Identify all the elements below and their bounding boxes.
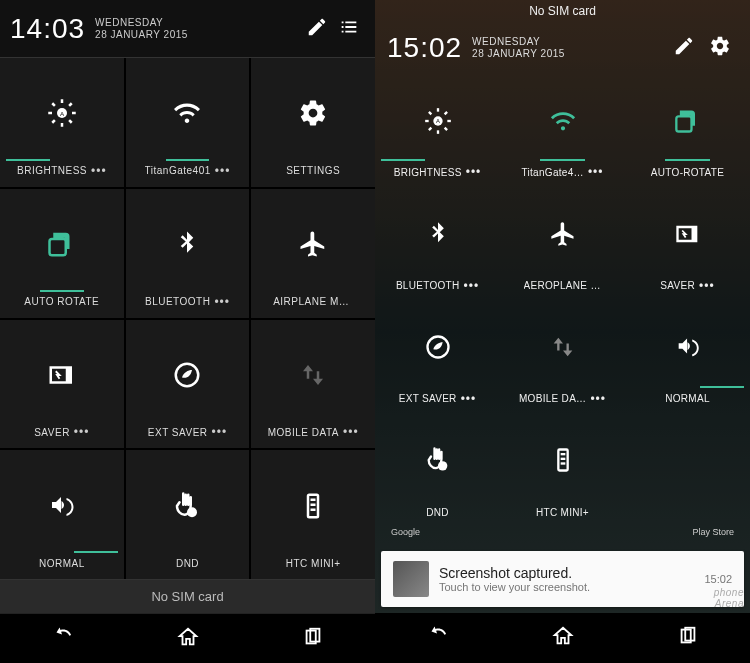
tile-wifi[interactable]: TitanGate4…••• [500, 74, 625, 187]
more-dots-icon[interactable]: ••• [699, 283, 715, 289]
more-dots-icon[interactable]: ••• [74, 429, 90, 435]
wifi-icon [549, 101, 577, 141]
tile-label: AUTO ROTATE [24, 296, 99, 307]
date-label: 28 JANUARY 2015 [472, 48, 565, 60]
tile-airplane[interactable]: AIRPLANE MODE [251, 189, 375, 318]
tile-dnd[interactable]: DND [126, 450, 250, 579]
tile-label: SAVER [34, 427, 70, 438]
more-dots-icon[interactable]: ••• [91, 168, 107, 174]
battery-icon [674, 214, 702, 254]
recent-icon[interactable] [677, 625, 699, 651]
more-dots-icon[interactable]: ••• [212, 429, 228, 435]
gear-icon [298, 91, 328, 135]
tile-airplane[interactable]: AEROPLANE MO… [500, 187, 625, 300]
watermark: phone Arena [714, 587, 744, 609]
tile-settings[interactable]: SETTINGS [251, 58, 375, 187]
more-dots-icon[interactable]: ••• [461, 396, 477, 402]
tile-htcmini[interactable]: HTC MINI+ [251, 450, 375, 579]
back-icon[interactable] [52, 626, 74, 652]
date-block: WEDNESDAY 28 JANUARY 2015 [95, 17, 188, 41]
screenshot-notification[interactable]: Screenshot captured. Touch to view your … [381, 551, 744, 607]
tile-saver[interactable]: SAVER••• [0, 320, 124, 449]
tile-label: NORMAL [39, 558, 85, 569]
tile-soundprofile[interactable]: NORMAL [0, 450, 124, 579]
tile-label: DND [176, 558, 199, 569]
tile-mobiledata[interactable]: MOBILE DA…••• [500, 301, 625, 414]
sim-status-bar: No SIM card [0, 579, 375, 613]
tile-mobiledata[interactable]: MOBILE DATA••• [251, 320, 375, 449]
dark-quicksettings-panel: 14:03 WEDNESDAY 28 JANUARY 2015 BRIGHTNE… [0, 0, 375, 663]
more-dots-icon[interactable]: ••• [466, 169, 482, 175]
leaf-icon [172, 353, 202, 397]
tile-saver[interactable]: SAVER••• [625, 187, 750, 300]
tile-label: TitanGate4… [521, 167, 583, 178]
tile-empty [625, 414, 750, 527]
tile-extsaver[interactable]: EXT SAVER••• [375, 301, 500, 414]
rotate-icon [674, 101, 702, 141]
dark-header: 14:03 WEDNESDAY 28 JANUARY 2015 [0, 0, 375, 58]
tile-brightness[interactable]: BRIGHTNESS••• [0, 58, 124, 187]
phone-icon [549, 440, 577, 480]
more-dots-icon[interactable]: ••• [588, 169, 604, 175]
background-peek: Google Play Store [375, 527, 750, 545]
battery-icon [47, 353, 77, 397]
statusbar-text: No SIM card [375, 0, 750, 22]
tile-wifi[interactable]: TitanGate401••• [126, 58, 250, 187]
more-dots-icon[interactable]: ••• [590, 396, 606, 402]
more-dots-icon[interactable]: ••• [343, 429, 359, 435]
bluetooth-icon [172, 222, 202, 266]
tile-autorotate[interactable]: AUTO ROTATE [0, 189, 124, 318]
volume-icon [674, 327, 702, 367]
list-icon[interactable] [333, 16, 365, 42]
date-label: 28 JANUARY 2015 [95, 29, 188, 41]
leaf-icon [424, 327, 452, 367]
tile-label: TitanGate401 [145, 165, 211, 176]
home-icon[interactable] [177, 626, 199, 652]
bluetooth-icon [424, 214, 452, 254]
tile-label: EXT SAVER [148, 427, 208, 438]
more-dots-icon[interactable]: ••• [215, 168, 231, 174]
rotate-icon [47, 222, 77, 266]
more-dots-icon[interactable]: ••• [464, 283, 480, 289]
tile-soundprofile[interactable]: NORMAL [625, 301, 750, 414]
edit-icon[interactable] [666, 35, 702, 61]
wifi-icon [172, 91, 202, 135]
date-block: WEDNESDAY 28 JANUARY 2015 [472, 36, 565, 60]
tile-label: DND [426, 507, 449, 518]
tile-label: BRIGHTNESS [17, 165, 87, 176]
data-icon [549, 327, 577, 367]
settings-gear-icon[interactable] [702, 35, 738, 61]
dark-navbar [0, 613, 375, 663]
tile-bluetooth[interactable]: BLUETOOTH••• [126, 189, 250, 318]
dnd-icon [172, 484, 202, 528]
dnd-icon [424, 440, 452, 480]
peek-right: Play Store [692, 527, 734, 545]
airplane-icon [298, 222, 328, 266]
more-dots-icon[interactable]: ••• [214, 299, 230, 305]
day-label: WEDNESDAY [95, 17, 188, 29]
edit-icon[interactable] [301, 16, 333, 42]
tile-extsaver[interactable]: EXT SAVER••• [126, 320, 250, 449]
recent-icon[interactable] [302, 626, 324, 652]
peek-left: Google [391, 527, 420, 545]
tile-dnd[interactable]: DND [375, 414, 500, 527]
home-icon[interactable] [552, 625, 574, 651]
notification-time: 15:02 [704, 573, 732, 585]
tile-label: AEROPLANE MO… [524, 280, 602, 291]
tile-label: SETTINGS [286, 165, 340, 176]
clock: 15:02 [387, 32, 462, 64]
tile-autorotate[interactable]: AUTO-ROTATE [625, 74, 750, 187]
back-icon[interactable] [427, 625, 449, 651]
data-icon [298, 353, 328, 397]
clock: 14:03 [10, 13, 85, 45]
tile-label: AIRPLANE MODE [273, 296, 353, 307]
phone-icon [298, 484, 328, 528]
volume-icon [47, 484, 77, 528]
tile-brightness[interactable]: BRIGHTNESS••• [375, 74, 500, 187]
tile-htcmini[interactable]: HTC MINI+ [500, 414, 625, 527]
tile-label: BLUETOOTH [396, 280, 460, 291]
tile-bluetooth[interactable]: BLUETOOTH••• [375, 187, 500, 300]
dark-tiles-grid: BRIGHTNESS••• TitanGate401••• SETTINGS A… [0, 58, 375, 579]
light-quicksettings-panel: No SIM card 15:02 WEDNESDAY 28 JANUARY 2… [375, 0, 750, 663]
day-label: WEDNESDAY [472, 36, 565, 48]
